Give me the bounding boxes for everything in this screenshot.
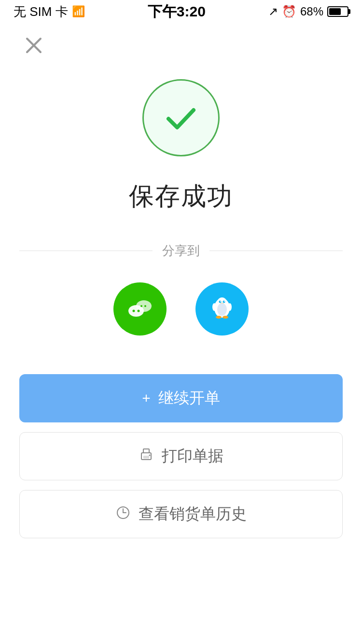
divider-right [209,251,343,251]
main-content: 保存成功 分享到 [0,21,362,644]
view-history-label: 查看销货单历史 [139,504,247,525]
svg-point-12 [220,301,221,302]
close-icon [25,37,42,54]
status-right: ↗ ⏰ 68% [268,5,348,18]
svg-rect-22 [143,456,149,459]
svg-point-18 [212,303,216,311]
clock-icon [115,505,131,524]
svg-point-19 [228,303,232,311]
continue-order-button[interactable]: + 继续开单 [19,374,343,422]
qq-icon [207,294,237,324]
svg-point-23 [149,454,151,456]
action-buttons: + 继续开单 打印单据 查看销货单历史 [19,374,343,538]
continue-order-label: 继续开单 [158,388,220,409]
battery-container [327,6,348,17]
share-label: 分享到 [162,242,200,259]
svg-point-4 [133,310,135,312]
svg-point-15 [217,303,227,316]
success-title: 保存成功 [129,180,233,213]
battery-fill [329,8,341,15]
plus-icon: + [142,390,151,406]
status-time: 下午3:20 [148,2,206,22]
svg-point-7 [144,305,146,307]
svg-point-16 [216,316,222,319]
alarm-icon: ⏰ [282,5,296,18]
share-divider: 分享到 [19,242,343,259]
svg-point-10 [219,301,222,303]
svg-point-13 [224,301,225,302]
battery-percent: 68% [300,5,323,18]
svg-point-6 [140,305,142,307]
qq-share-button[interactable] [195,282,249,336]
printer-icon [139,447,154,466]
checkmark-icon [162,98,200,137]
status-left: 无 SIM 卡 📶 [14,3,85,20]
svg-point-17 [223,316,228,319]
svg-point-5 [138,310,140,312]
view-history-button[interactable]: 查看销货单历史 [19,490,343,538]
print-receipt-label: 打印单据 [162,446,223,467]
sim-label: 无 SIM 卡 [14,3,68,20]
wechat-share-button[interactable] [113,282,167,336]
print-receipt-button[interactable]: 打印单据 [19,432,343,480]
svg-rect-21 [143,449,149,453]
divider-left [19,251,153,251]
location-icon: ↗ [268,5,278,18]
svg-point-11 [223,301,225,303]
share-icons [113,282,249,336]
status-bar: 无 SIM 卡 📶 下午3:20 ↗ ⏰ 68% [0,0,362,21]
battery-box [327,6,348,17]
wechat-icon [125,294,155,324]
close-button[interactable] [19,31,48,60]
success-circle [142,79,220,156]
wifi-icon: 📶 [72,5,85,18]
